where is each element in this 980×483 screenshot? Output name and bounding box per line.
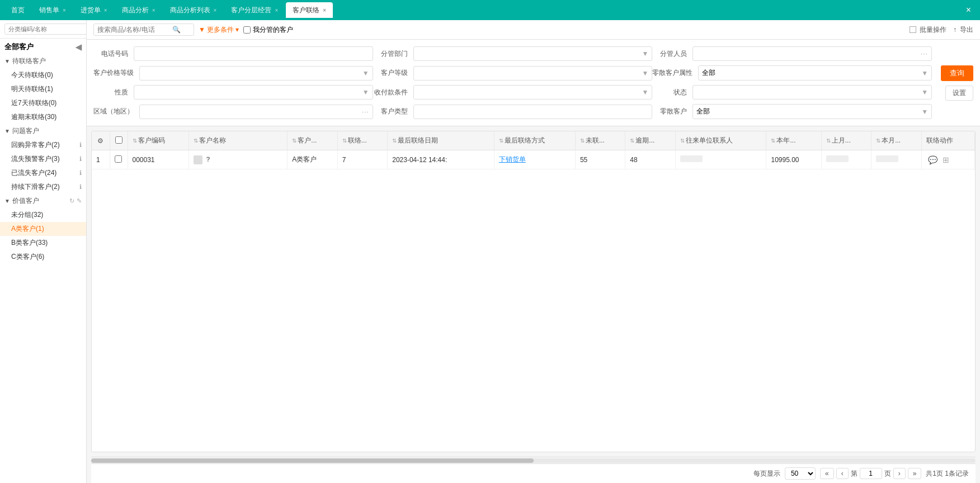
sidebar-item-tomorrow[interactable]: 明天待联络(1) bbox=[0, 82, 86, 96]
retail-attr-select[interactable]: 全部 ▼ bbox=[698, 65, 932, 80]
current-page-input[interactable] bbox=[860, 468, 882, 479]
dept-select[interactable]: ▼ bbox=[413, 46, 653, 61]
problem-arrow-icon: ▼ bbox=[4, 128, 10, 134]
sidebar-item-class-c[interactable]: C类客户(6) bbox=[0, 250, 86, 264]
select-all-checkbox[interactable] bbox=[115, 136, 123, 144]
sidebar-item-declining[interactable]: 持续下滑客户(2) ℹ bbox=[0, 180, 86, 194]
sidebar-item-churned[interactable]: 已流失客户(24) ℹ bbox=[0, 166, 86, 180]
person-input[interactable]: ··· bbox=[692, 46, 932, 61]
close-analysis-icon[interactable]: × bbox=[152, 7, 156, 13]
per-page-select[interactable]: 50 100 200 bbox=[785, 467, 816, 480]
price-level-label: 客户价格等级 bbox=[93, 68, 137, 78]
nav-tab-sales[interactable]: 销售单 × bbox=[32, 2, 73, 18]
row-checkbox-cell bbox=[110, 150, 128, 169]
grid-action-icon[interactable]: ⊞ bbox=[941, 155, 951, 164]
close-purchase-icon[interactable]: × bbox=[104, 7, 107, 13]
price-level-select[interactable]: ▼ bbox=[139, 66, 373, 80]
col-this-month: ⇅ 本月... bbox=[871, 131, 921, 150]
pending-arrow-icon: ▼ bbox=[4, 58, 10, 64]
customer-type-input[interactable] bbox=[413, 105, 653, 119]
row-overdue: 48 bbox=[625, 150, 675, 169]
status-arrow-icon: ▼ bbox=[921, 88, 928, 96]
nav-tab-analysis-list[interactable]: 商品分析列表 × bbox=[163, 2, 224, 18]
row-index: 1 bbox=[92, 150, 110, 169]
close-sales-icon[interactable]: × bbox=[63, 7, 66, 13]
value-customers-title[interactable]: ▼ 价值客户 ↻ ✎ bbox=[0, 194, 86, 208]
nav-tab-customer-segment[interactable]: 客户分层经营 × bbox=[224, 2, 285, 18]
export-btn[interactable]: ↑ 导出 bbox=[953, 25, 973, 35]
sidebar-search-input[interactable] bbox=[4, 23, 87, 35]
sidebar-collapse-icon[interactable]: ◀ bbox=[76, 42, 82, 51]
phone-input[interactable] bbox=[134, 46, 373, 61]
problem-customers-label: 问题客户 bbox=[12, 126, 39, 136]
problem-customers-title[interactable]: ▼ 问题客户 bbox=[0, 124, 86, 138]
col-sort-icon-7: ⇅ bbox=[580, 138, 585, 144]
info-icon-3: ℹ bbox=[79, 169, 82, 177]
customer-code-value: 000031 bbox=[133, 156, 155, 164]
table-row: 1 000031 ？ bbox=[92, 150, 975, 169]
edit-icon[interactable]: ✎ bbox=[77, 197, 82, 205]
sidebar-item-ungrouped[interactable]: 未分组(32) bbox=[0, 208, 86, 222]
col-last-month: ⇅ 上月... bbox=[821, 131, 871, 150]
more-conditions-btn[interactable]: ▼ 更多条件 ▾ bbox=[199, 25, 239, 35]
sidebar-item-churn-warning[interactable]: 流失预警客户(3) ℹ bbox=[0, 152, 86, 166]
status-select[interactable]: ▼ bbox=[692, 85, 932, 100]
scrollbar-thumb[interactable] bbox=[91, 458, 534, 463]
next-page-btn[interactable]: › bbox=[893, 468, 906, 479]
col-contact-count-label: 联络... bbox=[348, 136, 367, 145]
sidebar-item-class-a[interactable]: A类客户(1) bbox=[0, 222, 86, 236]
first-page-btn[interactable]: « bbox=[820, 468, 834, 479]
close-customer-segment-icon[interactable]: × bbox=[275, 7, 278, 13]
this-month-placeholder bbox=[876, 155, 898, 162]
my-customers-check[interactable] bbox=[243, 26, 251, 34]
row-last-contact-method: 下销货单 bbox=[494, 150, 575, 169]
customer-level-select[interactable]: ▼ bbox=[413, 66, 653, 80]
region-label: 区域（地区） bbox=[93, 107, 137, 116]
col-sort-icon-9: ⇅ bbox=[680, 138, 685, 144]
col-sort-icon-12: ⇅ bbox=[876, 138, 880, 144]
prev-page-btn[interactable]: ‹ bbox=[836, 468, 849, 479]
batch-ops-btn[interactable]: 批量操作 bbox=[910, 25, 946, 35]
main-search-input[interactable] bbox=[97, 26, 170, 34]
retail-attr-arrow-icon: ▼ bbox=[921, 69, 928, 77]
sidebar-item-7days[interactable]: 近7天待联络(0) bbox=[0, 96, 86, 110]
sidebar-item-class-b[interactable]: B类客户(33) bbox=[0, 236, 86, 250]
payment-arrow-icon: ▼ bbox=[642, 88, 648, 96]
last-page-btn[interactable]: » bbox=[908, 468, 922, 479]
gear-icon[interactable]: ⚙ bbox=[97, 137, 103, 145]
region-input[interactable]: ··· bbox=[139, 105, 373, 119]
nature-select[interactable]: ▼ bbox=[134, 85, 373, 100]
last-contact-method-value[interactable]: 下销货单 bbox=[499, 155, 526, 163]
query-button[interactable]: 查询 bbox=[941, 65, 973, 81]
value-arrow-icon: ▼ bbox=[4, 198, 10, 204]
sidebar-header: 全部客户 ◀ bbox=[0, 39, 86, 54]
row-checkbox[interactable] bbox=[115, 155, 122, 163]
nav-tab-customer-contact[interactable]: 客户联络 × bbox=[286, 2, 333, 18]
nav-tab-home-label: 首页 bbox=[11, 6, 25, 15]
nav-tab-analysis[interactable]: 商品分析 × bbox=[115, 2, 162, 18]
pagination: 每页显示 50 100 200 « ‹ 第 页 › » 共1页 1条记录 bbox=[91, 463, 976, 483]
chat-action-icon[interactable]: 💬 bbox=[926, 155, 939, 164]
sidebar-item-today[interactable]: 今天待联络(0) bbox=[0, 68, 86, 82]
main-search-icon[interactable]: 🔍 bbox=[172, 26, 181, 34]
price-level-arrow-icon: ▼ bbox=[362, 69, 369, 77]
payment-select[interactable]: ▼ bbox=[413, 85, 653, 100]
nature-label: 性质 bbox=[93, 88, 131, 97]
customer-level-label: 客户等级 bbox=[373, 68, 411, 78]
close-all-button[interactable]: × bbox=[962, 5, 976, 15]
settings-button[interactable]: 设置 bbox=[945, 86, 973, 101]
close-customer-contact-icon[interactable]: × bbox=[323, 7, 326, 13]
sidebar-item-overdue[interactable]: 逾期未联络(30) bbox=[0, 110, 86, 124]
col-last-contact-method: ⇅ 最后联络方式 bbox=[494, 131, 575, 150]
nav-tab-purchase[interactable]: 进货单 × bbox=[74, 2, 114, 18]
close-analysis-list-icon[interactable]: × bbox=[214, 7, 217, 13]
pending-contact-title[interactable]: ▼ 待联络客户 bbox=[0, 54, 86, 68]
retail-customer-select[interactable]: 全部 ▼ bbox=[692, 104, 932, 119]
refresh-icon[interactable]: ↻ bbox=[69, 197, 74, 205]
horizontal-scrollbar[interactable] bbox=[91, 457, 976, 463]
col-last-month-label: 上月... bbox=[832, 136, 851, 145]
nav-tab-home[interactable]: 首页 bbox=[4, 2, 31, 18]
sidebar-item-repurchase-abnormal[interactable]: 回购异常客户(2) ℹ bbox=[0, 138, 86, 152]
filter-retail-attr: 零散客户属性 全部 ▼ bbox=[652, 63, 932, 83]
my-customers-checkbox[interactable]: 我分管的客户 bbox=[243, 25, 293, 35]
